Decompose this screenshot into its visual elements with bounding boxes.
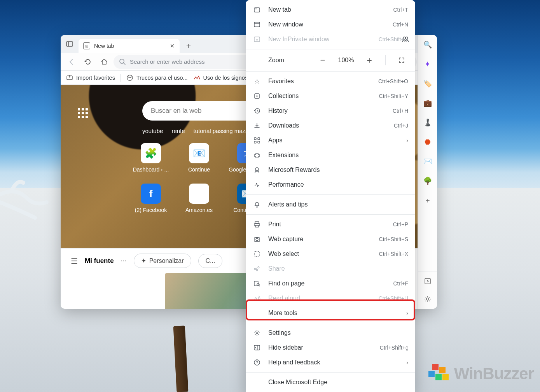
svg-rect-26 <box>255 222 259 224</box>
menu-more-tools[interactable]: More tools › <box>246 306 415 320</box>
menu-separator <box>246 71 415 72</box>
download-icon <box>253 122 261 129</box>
menu-read-aloud[interactable]: A Read aloud Ctrl+Shift+U <box>246 291 415 306</box>
extensions-icon <box>253 152 261 159</box>
personalize-button[interactable]: ✦ Personalizar <box>134 254 191 268</box>
menu-settings[interactable]: Settings <box>246 326 415 340</box>
menu-select[interactable]: Web select Ctrl+Shift+X <box>246 247 415 261</box>
menu-hide-sidebar[interactable]: Hide sidebar Ctrl+Shift+ç <box>246 340 415 355</box>
apps-icon <box>253 137 261 144</box>
browser-tab[interactable]: ⊞ New tab ✕ <box>79 39 180 53</box>
feed-title: Mi fuente <box>85 257 114 265</box>
tab-title: New tab <box>94 43 165 49</box>
svg-rect-23 <box>254 141 256 143</box>
menu-separator <box>246 194 415 195</box>
favlink2-icon <box>193 74 200 81</box>
svg-rect-32 <box>255 252 259 256</box>
watermark-logo-icon <box>428 364 452 383</box>
menu-collections[interactable]: Collections Ctrl+Shift+Y <box>246 89 415 103</box>
tab-favicon-icon: ⊞ <box>83 42 90 49</box>
tile-facebook[interactable]: f(2) Facebook <box>127 184 175 221</box>
watermark: WinBuzzer <box>428 364 534 383</box>
menu-capture[interactable]: Web capture Ctrl+Shift+S <box>246 232 415 247</box>
sidebar-add-button[interactable]: ＋ <box>422 194 433 206</box>
menu-share[interactable]: Share <box>246 261 415 276</box>
svg-line-35 <box>259 285 260 286</box>
menu-history[interactable]: History Ctrl+H <box>246 103 415 118</box>
quick-link-2[interactable]: renfe <box>171 128 185 134</box>
menu-inprivate[interactable]: New InPrivate window Ctrl+Shift+N <box>246 32 415 47</box>
feed-more-icon[interactable]: ··· <box>121 257 127 265</box>
sidebar-settings-icon[interactable] <box>422 293 433 305</box>
sidebar-outlook-icon[interactable]: ✉️ <box>422 156 433 167</box>
svg-text:A: A <box>254 296 257 301</box>
sidebar-collapse-icon[interactable] <box>422 275 433 287</box>
sidebar-office-icon[interactable]: ⬣ <box>422 136 433 148</box>
svg-point-25 <box>255 168 259 171</box>
sidebar-discover-icon[interactable]: ✦ <box>422 58 433 70</box>
rewards-icon <box>253 166 261 173</box>
zoom-in-button[interactable]: ＋ <box>363 54 376 67</box>
svg-rect-0 <box>66 42 73 46</box>
menu-downloads[interactable]: Downloads Ctrl+J <box>246 118 415 133</box>
tile-label: Amazon.es <box>185 207 213 213</box>
feed-pill-2[interactable]: C... <box>198 254 223 268</box>
quick-link-1[interactable]: youtube <box>142 128 163 134</box>
svg-rect-22 <box>258 138 260 140</box>
svg-point-10 <box>256 9 257 9</box>
print-icon <box>253 221 261 228</box>
svg-rect-27 <box>254 224 260 226</box>
quick-link-3[interactable]: tutorial passing mazas <box>194 128 252 134</box>
chevron-right-icon: › <box>406 310 408 316</box>
tile-label: (2) Facebook <box>135 207 167 213</box>
home-button[interactable] <box>97 55 111 69</box>
sidebar-efficiency-icon[interactable]: 🌳 <box>422 175 433 187</box>
new-tab-button[interactable]: ＋ <box>183 40 194 51</box>
menu-extensions[interactable]: Extensions <box>246 148 415 163</box>
bell-icon <box>253 201 261 208</box>
import-favorites-button[interactable]: Import favorites <box>66 74 115 81</box>
capture-icon <box>253 236 261 243</box>
share-icon <box>253 265 261 272</box>
tab-actions-button[interactable] <box>64 38 75 50</box>
watermark-text: WinBuzzer <box>454 364 534 383</box>
new-tab-icon <box>253 6 261 13</box>
menu-performance[interactable]: Performance <box>246 177 415 192</box>
menu-separator <box>246 372 415 373</box>
menu-favorites[interactable]: ☆ Favorites Ctrl+Shift+O <box>246 74 415 89</box>
tab-close-button[interactable]: ✕ <box>169 42 176 49</box>
favbar-link-1[interactable]: Trucos para el uso... <box>126 74 188 81</box>
sidebar-search-icon[interactable]: 🔍 <box>422 39 433 51</box>
refresh-button[interactable] <box>81 55 95 69</box>
profiles-icon[interactable] <box>400 34 411 44</box>
menu-new-window[interactable]: New window Ctrl+N <box>246 17 415 32</box>
tile-dashboard[interactable]: 🧩Dashboard ‹ ... <box>127 143 175 180</box>
settings-menu: New tab Ctrl+T New window Ctrl+N New InP… <box>246 0 415 392</box>
tile-label: Dashboard ‹ ... <box>133 166 169 173</box>
inprivate-icon <box>253 36 261 43</box>
sidebar-games-icon[interactable]: ♟️ <box>422 117 433 128</box>
history-icon <box>253 107 261 114</box>
back-button[interactable] <box>65 55 79 69</box>
menu-new-tab[interactable]: New tab Ctrl+T <box>246 2 415 17</box>
app-launcher-button[interactable] <box>78 108 89 120</box>
menu-apps[interactable]: Apps › <box>246 133 415 148</box>
tile-icon: a <box>189 184 209 204</box>
menu-alerts[interactable]: Alerts and tips <box>246 197 415 212</box>
zoom-out-button[interactable]: − <box>316 54 329 67</box>
menu-close-edge[interactable]: Close Microsoft Edge <box>246 375 415 390</box>
menu-print[interactable]: Print Ctrl+P <box>246 217 415 232</box>
menu-find[interactable]: Find on page Ctrl+F <box>246 276 415 291</box>
feed-menu-icon[interactable]: ☰ <box>71 256 78 266</box>
tile-outlook[interactable]: 📧Continue <box>175 143 223 180</box>
sidebar-tools-icon[interactable]: 💼 <box>422 97 433 109</box>
svg-line-3 <box>124 63 125 65</box>
fullscreen-button[interactable] <box>395 54 408 67</box>
read-aloud-icon: A <box>253 295 261 302</box>
svg-rect-11 <box>254 22 260 27</box>
performance-icon <box>253 181 261 188</box>
sidebar-shopping-icon[interactable]: 🏷️ <box>422 78 433 89</box>
tile-amazon[interactable]: aAmazon.es <box>175 184 223 221</box>
menu-help[interactable]: Help and feedback › <box>246 355 415 370</box>
menu-rewards[interactable]: Microsoft Rewards <box>246 163 415 177</box>
